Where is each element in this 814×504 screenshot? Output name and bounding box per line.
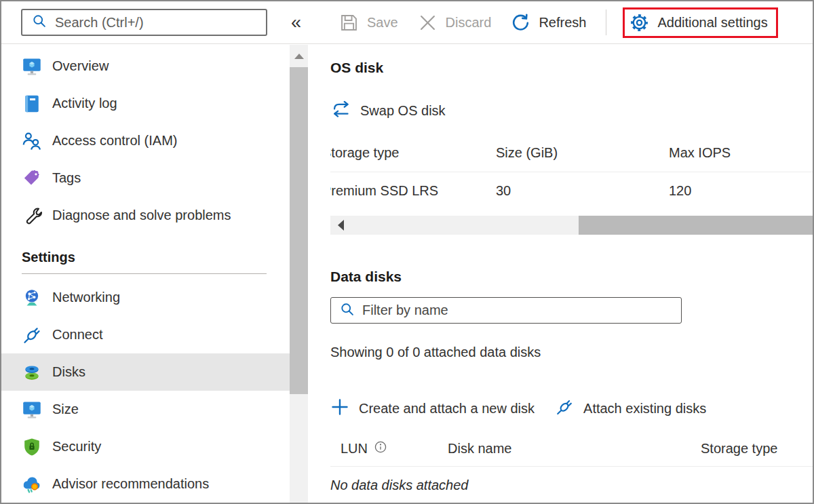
discard-button[interactable]: Discard (418, 13, 492, 33)
settings-section-header: Settings (1, 245, 290, 269)
refresh-icon (511, 13, 530, 33)
sidebar-scrollbar-thumb[interactable] (290, 67, 308, 394)
size-icon (22, 400, 42, 420)
filter-by-name-input[interactable] (362, 303, 673, 318)
sidebar-search-row: « (1, 1, 312, 44)
attach-existing-disks-button[interactable]: Attach existing disks (555, 398, 706, 420)
discard-label: Discard (446, 15, 492, 31)
sidebar-item-overview[interactable]: Overview (1, 47, 290, 85)
column-header-max-iops[interactable]: Max IOPS (669, 135, 813, 172)
refresh-button[interactable]: Refresh (511, 13, 586, 33)
column-header-disk-name[interactable]: Disk name (448, 440, 701, 466)
os-disk-table: Storage type Size (GiB) Max IOPS Premium… (330, 135, 813, 212)
toolbar-separator (606, 9, 606, 35)
sidebar-nav: Overview Activity log Access control (IA… (1, 44, 290, 503)
swap-os-disk-button[interactable]: Swap OS disk (330, 100, 446, 121)
sidebar-item-label: Connect (52, 327, 103, 343)
save-label: Save (367, 15, 398, 31)
filter-search-icon (340, 302, 355, 319)
no-data-disks-message: No data disks attached (330, 478, 813, 493)
sidebar-scrollbar (290, 45, 308, 503)
main-panel: Save Discard Refresh Ad (312, 1, 813, 503)
sidebar-item-networking[interactable]: Networking (1, 279, 290, 316)
main-content: OS disk Swap OS disk Storage type Size (… (312, 60, 813, 493)
sidebar-item-tags[interactable]: Tags (1, 159, 290, 197)
filter-box (330, 297, 682, 324)
additional-settings-button[interactable]: Additional settings (629, 13, 767, 33)
advisor-icon (22, 474, 42, 495)
collapse-sidebar-icon[interactable]: « (291, 14, 301, 32)
swap-icon (330, 100, 351, 121)
column-header-size-gib[interactable]: Size (GiB) (496, 135, 669, 172)
discard-icon (418, 13, 438, 33)
sidebar-item-access-control[interactable]: Access control (IAM) (1, 122, 290, 159)
scrollbar-left-button[interactable] (330, 220, 351, 231)
sidebar-item-label: Networking (52, 290, 120, 305)
sidebar-item-label: Disks (52, 364, 85, 380)
cell-max-iops: 120 (669, 172, 813, 212)
os-table-horizontal-scrollbar (330, 216, 813, 235)
sidebar-item-label: Advisor recommendations (52, 476, 209, 492)
data-disk-actions: Create and attach a new disk Attach exis… (330, 398, 813, 420)
sidebar-item-label: Activity log (52, 96, 117, 111)
connect-icon (22, 325, 42, 345)
cell-storage-type: Premium SSD LRS (330, 172, 496, 212)
vm-overview-icon (22, 56, 42, 77)
create-attach-disk-label: Create and attach a new disk (359, 401, 535, 416)
diagnose-icon (22, 206, 42, 226)
attach-plug-icon (555, 398, 574, 420)
command-toolbar: Save Discard Refresh Ad (312, 1, 813, 44)
additional-settings-label: Additional settings (657, 15, 767, 31)
data-disks-heading: Data disks (330, 269, 813, 285)
tags-icon (22, 168, 42, 189)
os-disk-table-row[interactable]: Premium SSD LRS 30 120 (330, 172, 813, 212)
column-header-lun[interactable]: LUN (341, 440, 448, 466)
save-icon (339, 13, 359, 33)
attach-existing-disks-label: Attach existing disks (583, 401, 706, 416)
column-header-dd-storage-type[interactable]: Storage type (701, 440, 813, 466)
horizontal-scrollbar-thumb[interactable] (579, 216, 813, 235)
plus-icon (330, 398, 349, 420)
os-disk-heading: OS disk (330, 60, 813, 76)
search-icon (32, 14, 47, 31)
settings-divider (22, 273, 267, 274)
additional-settings-callout: Additional settings (623, 7, 777, 38)
triangle-up-icon (294, 54, 304, 59)
disks-icon (22, 362, 42, 383)
access-control-icon (22, 131, 42, 151)
sidebar-item-label: Overview (52, 58, 109, 74)
info-icon[interactable] (374, 440, 387, 457)
sidebar-item-label: Tags (52, 170, 81, 186)
networking-icon (22, 288, 42, 308)
lun-label: LUN (341, 441, 368, 457)
sidebar-search-box (21, 9, 267, 36)
sidebar-item-disks[interactable]: Disks (1, 353, 290, 391)
sidebar-item-label: Security (52, 439, 101, 454)
attached-disks-summary: Showing 0 of 0 attached data disks (330, 345, 813, 360)
sidebar: « Overview Activity log Access control (… (1, 1, 312, 503)
sidebar-item-diagnose[interactable]: Diagnose and solve problems (1, 197, 290, 234)
security-icon (22, 437, 42, 457)
azure-vm-disks-page: « Overview Activity log Access control (… (0, 0, 814, 504)
data-disks-table-header: LUN Disk name Storage type (330, 440, 813, 467)
scrollbar-up-button[interactable] (290, 45, 308, 67)
triangle-left-icon (338, 220, 344, 231)
activity-log-icon (22, 94, 42, 114)
sidebar-item-connect[interactable]: Connect (1, 316, 290, 353)
sidebar-item-advisor[interactable]: Advisor recommendations (1, 465, 290, 503)
refresh-label: Refresh (539, 15, 586, 31)
create-attach-disk-button[interactable]: Create and attach a new disk (330, 398, 535, 420)
sidebar-item-size[interactable]: Size (1, 391, 290, 428)
search-input[interactable] (55, 15, 259, 31)
sidebar-item-label: Diagnose and solve problems (52, 208, 231, 223)
sidebar-item-label: Access control (IAM) (52, 133, 177, 149)
sidebar-item-security[interactable]: Security (1, 428, 290, 465)
column-header-storage-type[interactable]: Storage type (330, 135, 496, 172)
cell-size-gib: 30 (496, 172, 669, 212)
swap-os-disk-label: Swap OS disk (360, 103, 446, 119)
os-disk-table-header: Storage type Size (GiB) Max IOPS (330, 135, 813, 172)
save-button[interactable]: Save (339, 13, 398, 33)
sidebar-item-activity-log[interactable]: Activity log (1, 85, 290, 122)
gear-icon (629, 13, 649, 33)
sidebar-item-label: Size (52, 402, 79, 417)
